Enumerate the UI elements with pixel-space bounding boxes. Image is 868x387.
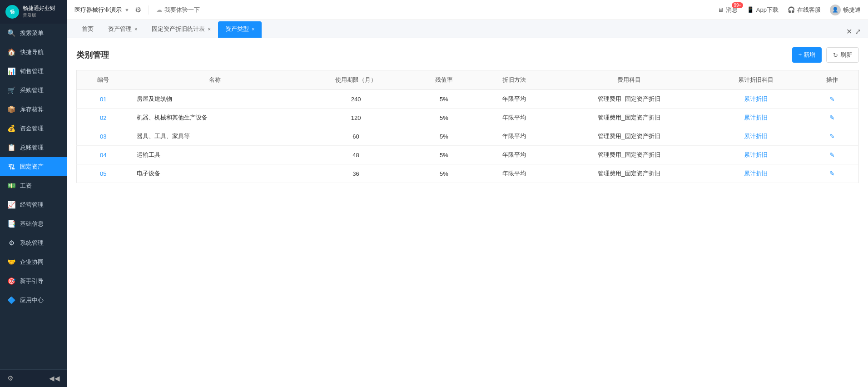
cell-method: 年限平均 xyxy=(476,127,552,146)
online-service-label: 在线客服 xyxy=(797,6,821,14)
edit-icon[interactable]: ✎ xyxy=(829,95,835,103)
cell-method: 年限平均 xyxy=(476,164,552,183)
sidebar-label-purchase: 采购管理 xyxy=(20,86,44,94)
online-service-button[interactable]: 🎧 在线客服 xyxy=(788,6,821,14)
category-table: 编号名称使用期限（月）残值率折旧方法费用科目累计折旧科目操作 01 房屋及建筑物… xyxy=(76,70,859,183)
tab-asset_mgmt[interactable]: 资产管理× xyxy=(101,21,144,38)
sidebar-item-search[interactable]: 🔍搜索菜单 xyxy=(0,24,67,43)
service-icon: 🎧 xyxy=(788,6,795,13)
app-download-button[interactable]: 📱 App下载 xyxy=(747,6,779,14)
tab-label-depreciation_table: 固定资产折旧统计表 xyxy=(152,25,205,33)
tab-depreciation_table[interactable]: 固定资产折旧统计表× xyxy=(144,21,218,38)
cell-expense: 管理费用_固定资产折旧 xyxy=(552,90,706,109)
cell-accumulated: 累计折旧 xyxy=(706,146,806,164)
inventory-icon: 📦 xyxy=(7,105,15,114)
cell-expense: 管理费用_固定资产折旧 xyxy=(552,127,706,146)
sidebar-item-guide[interactable]: 🎯新手引导 xyxy=(0,272,67,291)
avatar: 👤 xyxy=(830,5,841,15)
cell-action[interactable]: ✎ xyxy=(806,164,859,183)
sidebar-item-fixed_assets[interactable]: 🏗固定资产 xyxy=(0,157,67,176)
sidebar-item-enterprise[interactable]: 🤝企业协同 xyxy=(0,253,67,272)
cell-residual: 5% xyxy=(412,127,476,146)
cell-action[interactable]: ✎ xyxy=(806,127,859,146)
table-row: 03 器具、工具、家具等 60 5% 年限平均 管理费用_固定资产折旧 累计折旧… xyxy=(77,127,859,146)
operation-icon: 📈 xyxy=(7,201,15,209)
cell-action[interactable]: ✎ xyxy=(806,146,859,164)
cell-action[interactable]: ✎ xyxy=(806,90,859,109)
sidebar-footer: ⚙ ◀◀ xyxy=(0,369,67,387)
cell-id: 03 xyxy=(77,127,130,146)
user-button[interactable]: 👤 畅捷通 xyxy=(830,5,861,15)
phone-icon: 📱 xyxy=(747,6,754,13)
page-actions: + 新增 ↻ 刷新 xyxy=(792,47,859,63)
message-icon: 🖥 xyxy=(718,6,724,13)
cell-accumulated: 累计折旧 xyxy=(706,90,806,109)
edit-icon[interactable]: ✎ xyxy=(829,133,835,140)
edit-icon[interactable]: ✎ xyxy=(829,170,835,177)
table-header: 编号名称使用期限（月）残值率折旧方法费用科目累计折旧科目操作 xyxy=(77,70,859,90)
sidebar-item-capital[interactable]: 💰资金管理 xyxy=(0,119,67,138)
experience-button[interactable]: ☁ 我要体验一下 xyxy=(156,6,200,14)
cell-id: 05 xyxy=(77,164,130,183)
table-header-row: 编号名称使用期限（月）残值率折旧方法费用科目累计折旧科目操作 xyxy=(77,70,859,90)
page-header: 类别管理 + 新增 ↻ 刷新 xyxy=(76,47,859,63)
refresh-label: 刷新 xyxy=(840,51,852,59)
new-button[interactable]: + 新增 xyxy=(792,47,822,63)
sidebar-item-payroll[interactable]: 💵工资 xyxy=(0,176,67,195)
sidebar-item-system[interactable]: ⚙系统管理 xyxy=(0,233,67,253)
logo-text: 畅捷通好业财 普及版 xyxy=(23,5,55,19)
tab-asset_type[interactable]: 资产类型× xyxy=(218,21,262,38)
refresh-icon: ↻ xyxy=(833,52,838,59)
sidebar-item-ledger[interactable]: 📋总账管理 xyxy=(0,138,67,157)
maximize-icon[interactable]: ⤢ xyxy=(855,27,861,36)
system-icon: ⚙ xyxy=(7,239,15,247)
tab-close-asset_mgmt[interactable]: × xyxy=(134,26,137,32)
purchase-icon: 🛒 xyxy=(7,86,15,94)
sidebar-item-inventory[interactable]: 📦库存核算 xyxy=(0,100,67,119)
search-icon: 🔍 xyxy=(7,29,15,37)
tab-close-asset_type[interactable]: × xyxy=(252,26,254,32)
cell-action[interactable]: ✎ xyxy=(806,109,859,127)
col-header: 累计折旧科目 xyxy=(706,70,806,90)
tab-close-depreciation_table[interactable]: × xyxy=(208,26,210,32)
cell-expense: 管理费用_固定资产折旧 xyxy=(552,164,706,183)
cell-method: 年限平均 xyxy=(476,109,552,127)
edit-icon[interactable]: ✎ xyxy=(829,114,835,121)
cell-name: 器具、工具、家具等 xyxy=(129,127,300,146)
settings-footer-icon[interactable]: ⚙ xyxy=(7,374,13,382)
topbar-settings-icon[interactable]: ⚙ xyxy=(135,5,141,14)
refresh-button[interactable]: ↻ 刷新 xyxy=(826,47,859,63)
tab-home[interactable]: 首页 xyxy=(74,21,101,38)
cell-period: 48 xyxy=(300,146,412,164)
cell-period: 36 xyxy=(300,164,412,183)
guide-icon: 🎯 xyxy=(7,277,15,285)
ledger-icon: 📋 xyxy=(7,144,15,152)
edit-icon[interactable]: ✎ xyxy=(829,151,835,159)
sidebar-label-operation: 经营管理 xyxy=(20,201,44,209)
sidebar-item-basic_info[interactable]: 📑基础信息 xyxy=(0,214,67,233)
sidebar-item-app_center[interactable]: 🔷应用中心 xyxy=(0,291,67,310)
cell-accumulated: 累计折旧 xyxy=(706,109,806,127)
close-window-icon[interactable]: ✕ xyxy=(846,27,852,36)
cell-id: 02 xyxy=(77,109,130,127)
sidebar-item-purchase[interactable]: 🛒采购管理 xyxy=(0,81,67,100)
logo-icon: 畅 xyxy=(5,5,19,19)
sidebar-label-quick_nav: 快捷导航 xyxy=(20,48,44,56)
main-area: 医疗器械行业演示 ▼ ⚙ ☁ 我要体验一下 🖥 消息 99+ 📱 App下载 🎧… xyxy=(67,0,868,387)
cell-period: 120 xyxy=(300,109,412,127)
messages-button[interactable]: 🖥 消息 99+ xyxy=(718,6,738,14)
username-label: 畅捷通 xyxy=(843,6,861,14)
tabbar: 首页资产管理×固定资产折旧统计表×资产类型× ✕ ⤢ xyxy=(67,20,868,38)
topbar-divider xyxy=(149,5,149,15)
col-header: 名称 xyxy=(129,70,300,90)
sidebar-label-app_center: 应用中心 xyxy=(20,296,44,304)
module-selector[interactable]: 医疗器械行业演示 ▼ xyxy=(74,6,129,14)
sidebar-item-operation[interactable]: 📈经营管理 xyxy=(0,195,67,214)
col-header: 残值率 xyxy=(412,70,476,90)
sidebar-label-fixed_assets: 固定资产 xyxy=(20,163,44,171)
collapse-icon[interactable]: ◀◀ xyxy=(49,374,60,382)
sidebar-label-search: 搜索菜单 xyxy=(20,29,44,37)
quick_nav-icon: 🏠 xyxy=(7,48,15,56)
sidebar-item-sales[interactable]: 📊销售管理 xyxy=(0,62,67,81)
sidebar-item-quick_nav[interactable]: 🏠快捷导航 xyxy=(0,43,67,62)
